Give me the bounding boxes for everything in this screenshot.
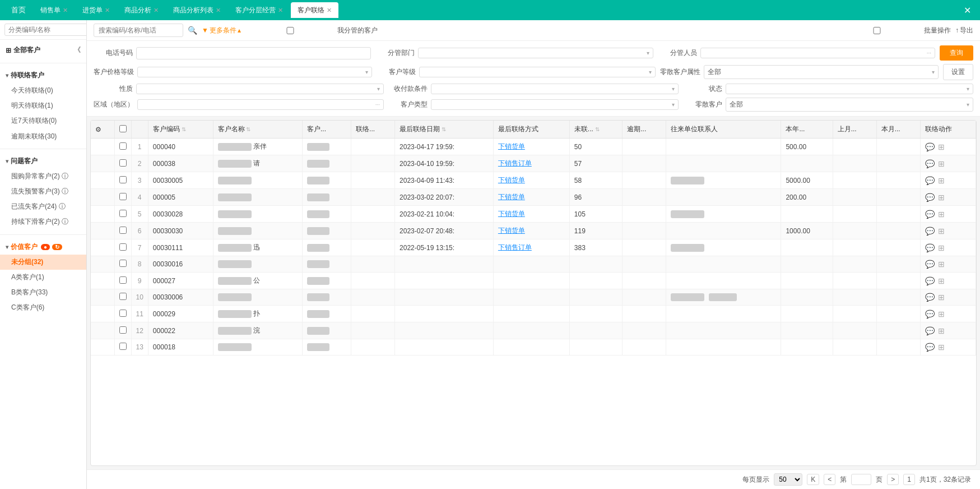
sidebar-item-overdue[interactable]: 逾期未联络(30) — [0, 129, 86, 144]
close-contact-tab[interactable]: ✕ — [327, 7, 332, 14]
contact-method-link[interactable]: 下销货单 — [498, 176, 525, 184]
search-button[interactable]: 🔍 — [188, 26, 197, 35]
sidebar-item-7days[interactable]: 近7天待联络(0) — [0, 113, 86, 128]
row-checkbox[interactable] — [114, 239, 131, 256]
grid-icon[interactable]: ⊞ — [938, 176, 945, 185]
th-type[interactable]: 客户... — [303, 121, 351, 139]
row-checkbox[interactable] — [114, 172, 131, 189]
chat-icon[interactable]: 💬 — [925, 260, 935, 269]
sidebar-group-problem[interactable]: ▾ 问题客户 — [0, 154, 86, 169]
my-customers-check[interactable] — [245, 27, 335, 34]
chat-icon[interactable]: 💬 — [925, 227, 935, 236]
sidebar-item-class-a[interactable]: A类客户(1) — [0, 270, 86, 285]
chat-icon[interactable]: 💬 — [925, 176, 935, 185]
retail-attr-select[interactable]: 全部 ▾ — [704, 65, 939, 79]
status-select[interactable]: ▾ — [726, 84, 973, 94]
grid-icon[interactable]: ⊞ — [938, 293, 945, 302]
th-overdue[interactable]: 逾期... — [623, 121, 666, 139]
chat-icon[interactable]: 💬 — [925, 193, 935, 202]
row-checkbox[interactable] — [114, 139, 131, 155]
next-page-btn[interactable]: > — [887, 474, 899, 485]
grid-icon[interactable]: ⊞ — [938, 193, 945, 202]
th-last-month[interactable]: 上月... — [833, 121, 876, 139]
sidebar-item-ungroup[interactable]: 未分组(32) — [0, 255, 86, 270]
close-purchase-tab[interactable]: ✕ — [105, 7, 110, 14]
contact-method-link[interactable]: 下销货单 — [498, 142, 525, 150]
th-this-month[interactable]: 本月... — [876, 121, 920, 139]
prev-page-btn[interactable]: < — [824, 474, 835, 485]
row-checkbox[interactable] — [114, 306, 131, 322]
chat-icon[interactable]: 💬 — [925, 276, 935, 285]
sidebar-item-class-c[interactable]: C类客户(6) — [0, 300, 86, 315]
row-checkbox[interactable] — [114, 322, 131, 339]
th-contact[interactable]: 联络... — [351, 121, 395, 139]
payment-select[interactable]: ▾ — [431, 84, 679, 94]
query-button[interactable]: 查询 — [940, 45, 973, 61]
page-size-select[interactable]: 50 100 200 — [774, 473, 802, 486]
nav-tab-product-analysis[interactable]: 商品分析 ✕ — [118, 2, 165, 18]
sidebar-item-abnormal[interactable]: 囤购异常客户(2) ⓘ — [0, 169, 86, 184]
th-settings[interactable]: ⚙ — [91, 121, 114, 139]
sidebar-item-today[interactable]: 今天待联络(0) — [0, 83, 86, 98]
contact-method-link[interactable]: 下销售订单 — [498, 159, 532, 167]
th-last-date[interactable]: 最后联络日期 — [395, 121, 494, 139]
sidebar-search-input[interactable] — [4, 24, 87, 36]
sidebar-group-pending[interactable]: ▾ 待联络客户 — [0, 68, 86, 83]
close-segment-tab[interactable]: ✕ — [278, 7, 283, 14]
sidebar-all-customers[interactable]: ⊞ 全部客户 《 — [0, 42, 86, 58]
export-btn[interactable]: ↑ 导出 — [955, 26, 973, 35]
chat-icon[interactable]: 💬 — [925, 210, 935, 219]
sidebar-group-value[interactable]: ▾ 价值客户 ● ↻ — [0, 239, 86, 255]
th-this-year[interactable]: 本年... — [781, 121, 833, 139]
contact-method-link[interactable]: 下销售订单 — [498, 243, 532, 251]
chat-icon[interactable]: 💬 — [925, 159, 935, 168]
sidebar-item-class-b[interactable]: B类客户(33) — [0, 285, 86, 300]
sidebar-item-tomorrow[interactable]: 明天待联络(1) — [0, 98, 86, 113]
th-last-method[interactable]: 最后联络方式 — [493, 121, 569, 139]
grid-icon[interactable]: ⊞ — [938, 260, 945, 269]
row-checkbox[interactable] — [114, 155, 131, 172]
chat-icon[interactable]: 💬 — [925, 326, 935, 335]
grid-icon[interactable]: ⊞ — [938, 210, 945, 219]
th-check[interactable] — [114, 121, 131, 139]
grid-icon[interactable]: ⊞ — [938, 326, 945, 335]
contact-method-link[interactable]: 下销货单 — [498, 210, 525, 218]
window-close-btn[interactable]: ✕ — [959, 5, 976, 16]
nature-select[interactable]: ▾ — [136, 84, 384, 94]
row-checkbox[interactable] — [114, 339, 131, 356]
sidebar-item-declining[interactable]: 持续下滑客户(2) ⓘ — [0, 214, 86, 229]
reset-button[interactable]: 设置 — [943, 64, 973, 80]
row-checkbox[interactable] — [114, 256, 131, 273]
phone-input[interactable] — [136, 47, 371, 59]
chat-icon[interactable]: 💬 — [925, 293, 935, 302]
nav-tab-product-list[interactable]: 商品分析列表 ✕ — [166, 2, 227, 18]
chat-icon[interactable]: 💬 — [925, 142, 935, 151]
grid-icon[interactable]: ⊞ — [938, 227, 945, 236]
chat-icon[interactable]: 💬 — [925, 310, 935, 319]
sidebar-collapse-btn[interactable]: 《 — [74, 45, 81, 55]
chat-icon[interactable]: 💬 — [925, 243, 935, 252]
sidebar-item-lost[interactable]: 已流失客户(24) ⓘ — [0, 199, 86, 214]
more-conditions-btn[interactable]: ▼ 更多条件 ▴ — [202, 26, 241, 35]
sidebar-item-churn-warning[interactable]: 流失预警客户(3) ⓘ — [0, 184, 86, 199]
contact-method-link[interactable]: 下销货单 — [498, 227, 525, 234]
contact-method-link[interactable]: 下销货单 — [498, 193, 525, 201]
nav-tab-customer-contact[interactable]: 客户联络 ✕ — [291, 2, 338, 18]
row-checkbox[interactable] — [114, 289, 131, 306]
grid-icon[interactable]: ⊞ — [938, 343, 945, 352]
last-page-btn[interactable]: 1 — [903, 474, 915, 485]
th-no-contact[interactable]: 未联... — [569, 121, 622, 139]
th-name[interactable]: 客户名称 — [213, 121, 302, 139]
grid-icon[interactable]: ⊞ — [938, 243, 945, 252]
retail-customer-select[interactable]: 全部 ▾ — [726, 98, 973, 112]
batch-ops-btn[interactable]: 批量操作 — [832, 26, 951, 35]
first-page-btn[interactable]: K — [807, 474, 819, 485]
chat-icon[interactable]: 💬 — [925, 343, 935, 352]
select-all-checkbox[interactable] — [119, 125, 127, 132]
grid-icon[interactable]: ⊞ — [938, 276, 945, 285]
th-code[interactable]: 客户编码 — [148, 121, 213, 139]
search-input[interactable] — [94, 24, 183, 37]
grid-icon[interactable]: ⊞ — [938, 142, 945, 151]
nav-tab-purchase[interactable]: 进货单 ✕ — [76, 2, 117, 18]
manager-select[interactable]: ··· — [700, 48, 935, 58]
